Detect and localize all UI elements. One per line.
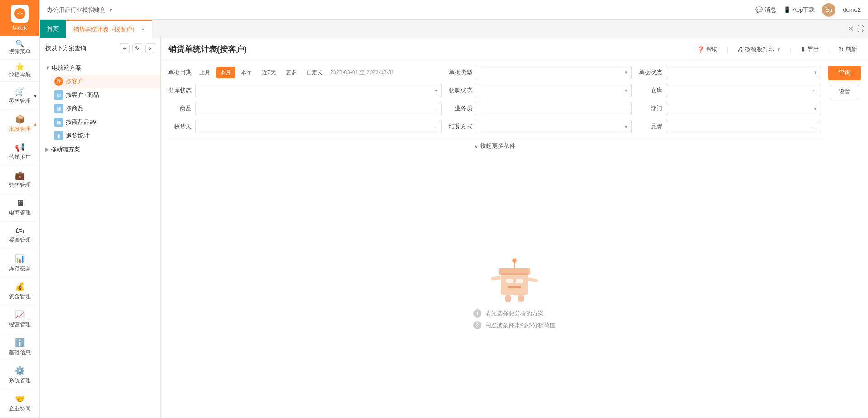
tab-close-icon[interactable]: × [142, 26, 145, 33]
sidebar-item-retail[interactable]: 🛒 零售管理 ▼ [0, 82, 39, 110]
collapse-panel-button[interactable]: « [145, 43, 155, 53]
collapse-icon: « [148, 45, 152, 52]
filter-settlement-group: 结算方式 ▾ [449, 120, 631, 133]
sidebar-item-enterprise[interactable]: 🤝 企业协同 [0, 390, 39, 418]
filter-salesperson-group: 业务员 ··· [449, 102, 631, 115]
refresh-label: 刷新 [845, 45, 857, 53]
print-button[interactable]: 🖨 按模板打印 ▼ [734, 43, 784, 55]
custom-btn[interactable]: 自定义 [302, 67, 327, 78]
set-button[interactable]: 设置 [830, 85, 859, 99]
sidebar-item-marketing[interactable]: 📢 营销推广 [0, 138, 39, 166]
sidebar-item-label: 零售管理 [9, 97, 31, 105]
sidebar-item-label: 经营管理 [9, 321, 31, 328]
sidebar-item-ecommerce[interactable]: 🖥 电商管理 [0, 194, 39, 222]
date-control: 上月 本月 本年 近7天 更多 自定义 2023-03-01 至 2023-03… [195, 67, 442, 78]
settlement-select[interactable]: ▾ [476, 120, 631, 133]
this-year-btn[interactable]: 本年 [237, 67, 256, 78]
last-month-btn[interactable]: 上月 [195, 67, 214, 78]
salesperson-select[interactable]: ··· [476, 102, 631, 115]
out-status-select[interactable]: ▾ [195, 84, 442, 97]
content-area: 按以下方案查询 + ✎ « ▼ 电脑端方案 [40, 38, 868, 418]
desktop-scheme-section: ▼ 电脑端方案 客 按客户 ⊞ 按客户+商品 ▦ [40, 57, 160, 160]
sidebar-item-label: 批发管理 [9, 125, 31, 133]
logo-icon [11, 5, 29, 23]
tab-home[interactable]: 首页 [40, 20, 66, 38]
empty-hints: 1 请先选择要分析的方案 2 用过滤条件来缩小分析范围 [473, 309, 556, 329]
sidebar-item-label: 电商管理 [9, 209, 31, 217]
brand-select[interactable]: ··· [666, 120, 821, 133]
sidebar-logo[interactable]: 标账版 [0, 0, 39, 36]
doc-status-select[interactable]: ▾ [666, 66, 821, 79]
payment-label: 收款状态 [449, 86, 472, 95]
scheme-label: 退货统计 [66, 132, 90, 140]
app-download-button[interactable]: 📱 App下载 [783, 6, 815, 14]
recipient-label: 收货人 [168, 123, 192, 131]
goods-label: 商品 [168, 104, 192, 113]
print-label: 按模板打印 [745, 45, 774, 53]
user-avatar[interactable]: Ea [822, 3, 835, 17]
sidebar-item-finance[interactable]: 💰 资金管理 [0, 277, 39, 305]
more-btn[interactable]: 更多 [282, 67, 301, 78]
help-button[interactable]: ❓ 帮助 [693, 43, 722, 55]
edit-scheme-button[interactable]: ✎ [132, 43, 142, 53]
filter-brand-group: 品牌 ··· [639, 120, 821, 133]
payment-status-select[interactable]: ▾ [476, 84, 631, 97]
scheme-item-return[interactable]: ▮ 退货统计 [51, 129, 160, 142]
sidebar-item-wholesale[interactable]: 📦 批发管理 ▲ [0, 110, 39, 138]
last7-btn[interactable]: 近7天 [258, 67, 280, 78]
refresh-button[interactable]: ↻ 刷新 [835, 43, 861, 55]
filter-button-column: 查询 设置 [828, 60, 868, 159]
hint-number-2: 2 [473, 321, 481, 329]
tab-sales-stats[interactable]: 销货单统计表（按客户） × [66, 20, 152, 38]
scheme-item-by-product99[interactable]: ▦ 按商品品99 [51, 115, 160, 129]
empty-hint-2: 2 用过滤条件来缩小分析范围 [473, 321, 556, 329]
scheme-label: 按客户+商品 [66, 91, 99, 99]
sidebar-search-item[interactable]: 🔍 搜索菜单 [0, 36, 39, 60]
sidebar-item-sales[interactable]: 💼 销售管理 [0, 166, 39, 194]
collapse-bar[interactable]: ∧ 收起更多条件 [168, 138, 821, 154]
sidebar-item-operations[interactable]: 📈 经营管理 [0, 305, 39, 333]
tab-bar-controls: ✕ ⛶ [844, 24, 868, 33]
sidebar-item-basic[interactable]: ℹ️ 基础信息 [0, 333, 39, 361]
goods-select[interactable]: ··· [195, 102, 442, 115]
maximize-tab-icon[interactable]: ⛶ [857, 25, 864, 33]
sidebar-item-inventory[interactable]: 📊 库存核算 [0, 249, 39, 277]
sidebar-item-label: 库存核算 [9, 265, 31, 272]
sidebar-item-label: 营销推广 [9, 153, 31, 161]
warehouse-label: 仓库 [639, 86, 662, 95]
department-select[interactable]: ▾ [666, 102, 821, 115]
this-month-btn[interactable]: 本月 [216, 67, 235, 78]
sidebar-item-system[interactable]: ⚙️ 系统管理 [0, 361, 39, 390]
date-quick-buttons: 上月 本月 本年 近7天 更多 自定义 [195, 67, 327, 78]
warehouse-select[interactable]: ··· [666, 84, 821, 97]
tree-collapse-arrow-icon: ▶ [45, 147, 49, 152]
desktop-scheme-group[interactable]: ▼ 电脑端方案 [40, 61, 160, 75]
wholesale-icon: 📦 [15, 114, 25, 124]
close-tab-icon[interactable]: ✕ [848, 24, 854, 33]
add-scheme-button[interactable]: + [120, 43, 130, 53]
filter-payment-group: 收款状态 ▾ [449, 84, 631, 97]
select-arrow-icon8: ▾ [814, 106, 817, 112]
scheme-item-by-customer[interactable]: 客 按客户 [51, 75, 160, 88]
doctype-label: 单据类型 [449, 68, 472, 76]
filter-goods-group: 商品 ··· [168, 102, 442, 115]
filter-section: 单据日期 上月 本月 本年 近7天 更多 自定义 20 [161, 60, 868, 159]
date-label: 单据日期 [168, 68, 192, 76]
message-button[interactable]: 💬 消息 [755, 6, 776, 14]
help-label: 帮助 [706, 45, 718, 53]
sidebar-item-purchase[interactable]: 🛍 采购管理 [0, 222, 39, 249]
mobile-scheme-group[interactable]: ▶ 移动端方案 [40, 142, 160, 156]
breadcrumb: 办公用品行业模拟账套 ▾ [47, 6, 112, 14]
empty-illustration [487, 248, 542, 302]
filter-fields: 单据日期 上月 本月 本年 近7天 更多 自定义 20 [161, 60, 828, 159]
active-tab-label: 销货单统计表（按客户） [73, 25, 138, 33]
doc-type-select[interactable]: ▾ [476, 66, 631, 79]
query-button[interactable]: 查询 [828, 66, 861, 80]
export-button[interactable]: ⬇ 导出 [797, 43, 823, 55]
scheme-item-by-customer-product[interactable]: ⊞ 按客户+商品 [51, 88, 160, 102]
svg-point-1 [19, 12, 21, 15]
outstatus-label: 出库状态 [168, 86, 192, 95]
recipient-select[interactable]: ··· [195, 120, 442, 133]
scheme-item-by-product[interactable]: ▦ 按商品 [51, 102, 160, 115]
sidebar-shortcut-item[interactable]: ⭐ 快捷导航 [0, 60, 39, 82]
